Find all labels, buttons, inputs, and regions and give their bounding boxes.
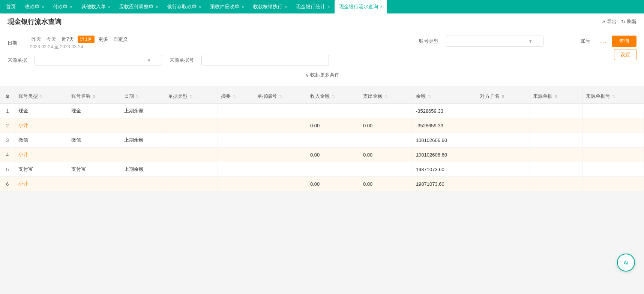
date-today[interactable]: 今天 — [45, 36, 58, 43]
nav-cash-bank-stat[interactable]: 现金银行统计 × — [291, 0, 334, 13]
account-label: 账号 — [581, 38, 596, 45]
nav-receipt-exec[interactable]: 收款核销执行 × — [249, 0, 291, 13]
refresh-button[interactable]: ↻ 刷新 — [621, 18, 636, 25]
account-type-select[interactable]: ▼ — [446, 36, 543, 47]
table-cell: 微信 — [15, 133, 68, 148]
nav-home[interactable]: 首页 — [2, 0, 20, 13]
settings-button[interactable]: 设置 — [614, 49, 636, 60]
table-cell: 支付宝 — [15, 162, 68, 177]
collapse-conditions-button[interactable]: ∧ 收起更多条件 — [305, 69, 339, 81]
table-cell: 19871073.60 — [413, 177, 477, 191]
nav-cash-bank-flow[interactable]: 现金银行流水查询 × — [335, 0, 387, 13]
table-cell: 5 — [0, 162, 15, 177]
sort-icon[interactable]: ⇅ — [501, 94, 504, 98]
col-doc-no: 单据编号 ⇅ — [254, 89, 307, 104]
sort-icon[interactable]: ⇅ — [190, 94, 193, 98]
table-cell: 1 — [0, 104, 15, 118]
sort-icon[interactable]: ⇅ — [136, 94, 139, 98]
table-cell — [254, 133, 307, 148]
col-source-doc-no: 来源单据号 ⇅ — [582, 89, 644, 104]
query-button[interactable]: 查询 — [612, 36, 636, 47]
nav-prepay-offset[interactable]: 预收冲应收单 × — [206, 0, 248, 13]
table-cell — [68, 118, 121, 133]
table-cell — [165, 162, 218, 177]
source-doc-no-input[interactable] — [201, 55, 329, 66]
sort-icon[interactable]: ⇅ — [428, 94, 431, 98]
table-cell — [582, 177, 644, 191]
sort-icon[interactable]: ⇅ — [554, 94, 557, 98]
table-cell: 2 — [0, 118, 15, 133]
date-filter-label: 日期 — [8, 40, 23, 46]
col-settings: ⚙ — [0, 89, 15, 104]
col-counterpart: 对方户名 ⇅ — [477, 89, 530, 104]
close-icon[interactable]: × — [199, 4, 201, 9]
header-actions: ↗ 导出 ↻ 刷新 — [601, 18, 636, 25]
table-cell — [165, 104, 218, 118]
table-cell — [530, 104, 582, 118]
close-icon[interactable]: × — [156, 4, 158, 9]
nav-other-income[interactable]: 其他收入单 × — [77, 0, 115, 13]
account-more-button[interactable]: ... — [600, 38, 607, 45]
sort-icon[interactable]: ⇅ — [279, 94, 282, 98]
close-icon[interactable]: × — [380, 4, 383, 9]
close-icon[interactable]: × — [327, 4, 330, 9]
table-cell — [530, 162, 582, 177]
date-7days[interactable]: 近7天 — [60, 36, 75, 43]
table-cell — [530, 118, 582, 133]
date-yesterday[interactable]: 昨天 — [30, 36, 43, 43]
col-date: 日期 ⇅ — [121, 89, 165, 104]
account-type-label: 账号类型 — [419, 38, 438, 45]
table-cell — [582, 118, 644, 133]
nav-receipt[interactable]: 收款单 × — [20, 0, 48, 13]
sort-icon[interactable]: ⇅ — [332, 94, 335, 98]
table-cell — [477, 118, 530, 133]
table-cell: 0.00 — [360, 177, 413, 191]
date-more[interactable]: 更多 — [97, 36, 110, 43]
table-cell — [477, 104, 530, 118]
col-account-name: 账号名称 ⇅ — [68, 89, 121, 104]
sort-icon[interactable]: ⇅ — [612, 94, 615, 98]
date-1month[interactable]: 近1月 — [78, 36, 95, 43]
table-cell: 小计 — [15, 177, 68, 191]
close-icon[interactable]: × — [42, 4, 44, 9]
col-income: 收入金额 ⇅ — [307, 89, 360, 104]
sort-icon[interactable]: ⇅ — [93, 94, 96, 98]
table-cell: 现金 — [15, 104, 68, 118]
data-table: ⚙ 账号类型 ⇅ 账号名称 ⇅ 日期 ⇅ 单据类型 ⇅ — [0, 89, 644, 191]
close-icon[interactable]: × — [108, 4, 110, 9]
nav-payment[interactable]: 付款单 × — [48, 0, 77, 13]
table-cell: 上期余额 — [121, 104, 165, 118]
settings-icon[interactable]: ⚙ — [5, 94, 10, 99]
close-icon[interactable]: × — [242, 4, 244, 9]
table-cell — [165, 133, 218, 148]
nav-bank-deposit[interactable]: 银行存取款单 × — [163, 0, 206, 13]
nav-ar-ap-adjust[interactable]: 应收应付调整单 × — [115, 0, 162, 13]
table-cell — [307, 162, 360, 177]
table-cell: 6 — [0, 177, 15, 191]
table-row: 3微信微信上期余额100102606.60 — [0, 133, 644, 148]
sort-icon[interactable]: ⇅ — [233, 94, 236, 98]
date-shortcuts: 昨天 今天 近7天 近1月 更多 自定义 — [30, 36, 129, 43]
sort-icon[interactable]: ⇅ — [40, 94, 43, 98]
table-cell: -3528659.33 — [413, 104, 477, 118]
table-cell — [254, 104, 307, 118]
source-doc-no-label: 来源单据号 — [170, 57, 194, 64]
sort-icon[interactable]: ⇅ — [385, 94, 388, 98]
top-nav: 首页 收款单 × 付款单 × 其他收入单 × 应收应付调整单 × 银行存取款单 … — [0, 0, 644, 13]
table-cell — [530, 133, 582, 148]
table-cell — [218, 177, 254, 191]
table-cell: 100102606.60 — [413, 133, 477, 148]
col-account-type: 账号类型 ⇅ — [15, 89, 68, 104]
table-row: 1现金现金上期余额-3528659.33 — [0, 104, 644, 118]
date-custom[interactable]: 自定义 — [112, 36, 129, 43]
collapse-conditions-row: ∧ 收起更多条件 — [8, 69, 636, 81]
close-icon[interactable]: × — [285, 4, 287, 9]
refresh-icon: ↻ — [621, 19, 625, 25]
col-summary: 摘要 ⇅ — [218, 89, 254, 104]
table-cell: 0.00 — [307, 118, 360, 133]
source-doc-select[interactable]: ▼ — [35, 55, 162, 66]
export-button[interactable]: ↗ 导出 — [601, 18, 617, 25]
table-cell: 小计 — [15, 148, 68, 162]
table-cell — [477, 133, 530, 148]
close-icon[interactable]: × — [70, 4, 72, 9]
